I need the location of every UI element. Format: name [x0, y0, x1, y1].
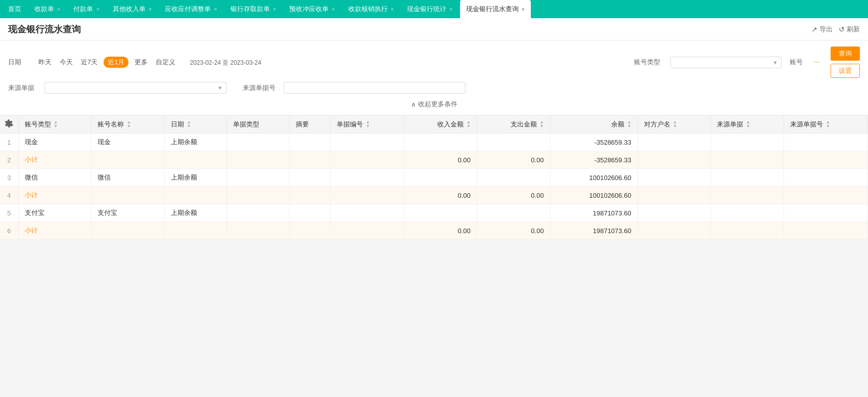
cell-source-doc: [711, 134, 784, 151]
table-row: 2 小计 0.00 0.00 -3528659.33: [0, 151, 868, 169]
date-opt-more[interactable]: 更多: [132, 57, 150, 68]
nav-tab-advance-offset[interactable]: 预收冲应收单 ×: [283, 0, 341, 18]
gear-icon: [5, 119, 13, 127]
cell-counterpart: [637, 134, 711, 151]
data-table: 账号类型 ▲▼ 账号名称 ▲▼ 日期 ▲▼ 单据类型 摘要: [0, 115, 868, 240]
th-date[interactable]: 日期 ▲▼: [165, 115, 227, 134]
cell-account-type: 现金: [18, 134, 92, 151]
th-counterpart[interactable]: 对方户名 ▲▼: [637, 115, 711, 134]
cell-counterpart: [637, 151, 711, 169]
row-index: 3: [0, 169, 18, 187]
cell-doc-type: [227, 169, 289, 187]
close-icon[interactable]: ×: [149, 6, 152, 12]
cell-account-name: [92, 222, 165, 240]
date-label: 日期: [8, 58, 28, 67]
nav-tab-cash-bank-stats[interactable]: 现金银行统计 ×: [401, 0, 459, 18]
row-index: 6: [0, 222, 18, 240]
cell-counterpart: [637, 169, 711, 187]
cell-doc-type: [227, 134, 289, 151]
date-options: 昨天 今天 近7天 近1月 更多 自定义: [36, 57, 177, 68]
th-balance[interactable]: 余额 ▲▼: [550, 115, 637, 134]
cell-source-doc: [711, 204, 784, 222]
th-doc-no[interactable]: 单据编号 ▲▼: [331, 115, 404, 134]
th-settings[interactable]: [0, 115, 18, 134]
cell-account-type: 微信: [18, 169, 92, 187]
cell-doc-no: [331, 187, 404, 204]
cell-doc-type: [227, 222, 289, 240]
sort-icon: ▲▼: [627, 120, 631, 128]
close-icon[interactable]: ×: [57, 6, 60, 12]
close-icon[interactable]: ×: [391, 6, 394, 12]
date-opt-1month[interactable]: 近1月: [104, 57, 128, 68]
cell-summary: [289, 204, 331, 222]
date-opt-custom[interactable]: 自定义: [154, 57, 177, 68]
date-opt-today[interactable]: 今天: [58, 57, 75, 68]
cell-date: [165, 187, 227, 204]
row-index: 5: [0, 204, 18, 222]
cell-expense: [477, 169, 550, 187]
nav-tab-receipt-verify[interactable]: 收款核销执行 ×: [342, 0, 400, 18]
source-doc-no-input[interactable]: [284, 82, 466, 94]
cell-summary: [289, 222, 331, 240]
table-row: 4 小计 0.00 0.00 100102606.60: [0, 187, 868, 204]
nav-tab-other-income[interactable]: 其他收入单 ×: [107, 0, 158, 18]
sort-icon: ▲▼: [54, 120, 58, 128]
query-button[interactable]: 查询: [831, 47, 860, 61]
nav-home[interactable]: 首页: [2, 0, 27, 18]
nav-tab-payments[interactable]: 付款单 ×: [67, 0, 105, 18]
refresh-button[interactable]: ↺ 刷新: [839, 25, 860, 34]
source-doc-no-label: 来源单据号: [243, 83, 276, 93]
cell-income: 0.00: [403, 222, 477, 240]
cell-income: [403, 134, 477, 151]
date-opt-yesterday[interactable]: 昨天: [36, 57, 54, 68]
cell-counterpart: [637, 222, 711, 240]
collapse-conditions-button[interactable]: ∧ 收起更多条件: [8, 98, 860, 109]
cell-balance: 100102606.60: [550, 187, 637, 204]
close-icon[interactable]: ×: [273, 6, 276, 12]
nav-tab-bank-deposit[interactable]: 银行存取款单 ×: [224, 0, 282, 18]
th-account-name[interactable]: 账号名称 ▲▼: [92, 115, 165, 134]
sort-icon: ▲▼: [187, 120, 191, 128]
table-wrapper: 账号类型 ▲▼ 账号名称 ▲▼ 日期 ▲▼ 单据类型 摘要: [0, 115, 868, 240]
cell-balance: 19871073.60: [550, 204, 637, 222]
cell-summary: [289, 187, 331, 204]
cell-doc-no: [331, 151, 404, 169]
row-index: 4: [0, 187, 18, 204]
filter-row-2: 来源单据 ▾ 来源单据号: [8, 82, 860, 94]
cell-source-doc-no: [784, 169, 868, 187]
source-doc-select[interactable]: ▾: [44, 82, 226, 94]
close-icon[interactable]: ×: [96, 6, 99, 12]
cell-balance: -3528659.33: [550, 134, 637, 151]
cell-account-name: [92, 187, 165, 204]
export-button[interactable]: ↗ 导出: [811, 25, 833, 34]
th-income[interactable]: 收入金额 ▲▼: [403, 115, 477, 134]
cell-date: 上期余额: [165, 134, 227, 151]
cell-source-doc: [711, 151, 784, 169]
th-account-type[interactable]: 账号类型 ▲▼: [18, 115, 92, 134]
close-icon[interactable]: ×: [522, 6, 525, 12]
table-row: 3 微信 微信 上期余额 100102606.60: [0, 169, 868, 187]
nav-tab-receipts[interactable]: 收款单 ×: [28, 0, 66, 18]
account-label: 账号: [790, 58, 804, 67]
cell-source-doc-no: [784, 222, 868, 240]
nav-tab-ar-ap-adjust[interactable]: 应收应付调整单 ×: [159, 0, 223, 18]
cell-summary: [289, 151, 331, 169]
th-source-doc-no[interactable]: 来源单据号 ▲▼: [784, 115, 868, 134]
settings-button[interactable]: 设置: [831, 64, 860, 78]
th-summary[interactable]: 摘要: [289, 115, 331, 134]
account-type-select[interactable]: ▾: [670, 57, 782, 68]
th-expense[interactable]: 支出金额 ▲▼: [477, 115, 550, 134]
table-row: 5 支付宝 支付宝 上期余额 19871073.60: [0, 204, 868, 222]
chevron-down-icon: ▾: [773, 59, 777, 66]
source-doc-label: 来源单据: [8, 83, 36, 93]
close-icon[interactable]: ×: [332, 6, 335, 12]
close-icon[interactable]: ×: [449, 6, 452, 12]
date-opt-7days[interactable]: 近7天: [79, 57, 100, 68]
cell-source-doc-no: [784, 187, 868, 204]
sort-icon: ▲▼: [366, 120, 370, 128]
th-doc-type[interactable]: 单据类型: [227, 115, 289, 134]
account-dots-button[interactable]: ···: [812, 58, 823, 67]
th-source-doc[interactable]: 来源单据 ▲▼: [711, 115, 784, 134]
nav-tab-cash-bank-flow[interactable]: 现金银行流水查询 ×: [460, 0, 531, 18]
close-icon[interactable]: ×: [214, 6, 217, 12]
